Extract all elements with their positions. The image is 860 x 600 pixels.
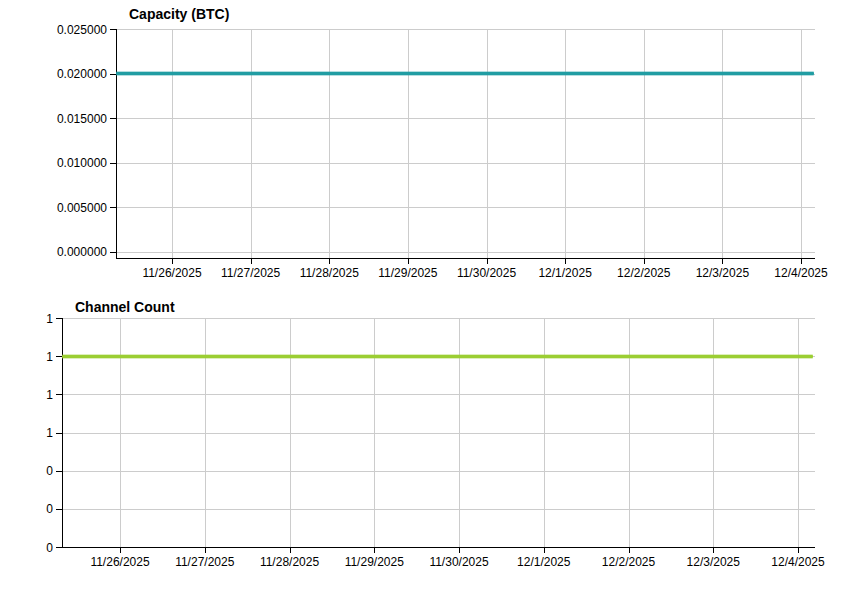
vertical-gridline	[251, 29, 252, 258]
y-axis-label: 0.025000	[27, 23, 107, 37]
vertical-gridline	[722, 29, 723, 258]
horizontal-gridline	[62, 394, 815, 395]
x-axis-label: 11/28/2025	[300, 266, 359, 280]
horizontal-gridline	[62, 509, 815, 510]
x-axis-label: 11/29/2025	[378, 266, 437, 280]
y-axis-label: 1	[0, 350, 53, 364]
y-axis-label: 0.005000	[27, 201, 107, 215]
y-axis-label: 1	[0, 388, 53, 402]
capacity-chart-title: Capacity (BTC)	[129, 6, 229, 22]
horizontal-gridline	[116, 118, 815, 119]
x-axis-label: 12/1/2025	[517, 555, 570, 569]
y-axis-label: 0.000000	[27, 245, 107, 259]
vertical-gridline	[172, 29, 173, 258]
channel-count-series-line	[62, 355, 813, 358]
x-axis-label: 12/4/2025	[774, 266, 827, 280]
x-axis-line	[62, 547, 815, 548]
y-axis-label: 1	[0, 312, 53, 326]
vertical-gridline	[644, 29, 645, 258]
x-axis-label: 11/27/2025	[221, 266, 280, 280]
x-axis-label: 11/26/2025	[142, 266, 201, 280]
horizontal-gridline	[116, 207, 815, 208]
x-axis-label: 11/30/2025	[429, 555, 488, 569]
horizontal-gridline	[62, 433, 815, 434]
horizontal-gridline	[62, 471, 815, 472]
channel-count-chart-title: Channel Count	[75, 299, 175, 315]
vertical-gridline	[487, 29, 488, 258]
x-axis-line	[116, 258, 815, 259]
horizontal-gridline	[116, 163, 815, 164]
y-axis-label: 0.015000	[27, 112, 107, 126]
x-axis-label: 12/2/2025	[617, 266, 670, 280]
y-axis-label: 0.020000	[27, 67, 107, 81]
x-axis-label: 11/26/2025	[90, 555, 149, 569]
y-axis-line	[62, 318, 63, 547]
x-axis-label: 11/28/2025	[260, 555, 319, 569]
horizontal-gridline	[116, 29, 815, 30]
x-axis-label: 12/3/2025	[696, 266, 749, 280]
x-axis-label: 12/2/2025	[602, 555, 655, 569]
horizontal-gridline	[116, 252, 815, 253]
capacity-btc-series-line	[116, 72, 814, 75]
vertical-gridline	[565, 29, 566, 258]
y-axis-label: 0.010000	[27, 156, 107, 170]
dashboard-canvas: Capacity (BTC) 11/26/202511/27/202511/28…	[0, 0, 860, 600]
vertical-gridline	[329, 29, 330, 258]
x-axis-label: 12/1/2025	[538, 266, 591, 280]
y-axis-label: 1	[0, 426, 53, 440]
x-axis-label: 12/4/2025	[771, 555, 824, 569]
y-axis-label: 0	[0, 541, 53, 555]
y-axis-label: 0	[0, 502, 53, 516]
x-axis-label: 11/27/2025	[175, 555, 234, 569]
x-axis-label: 11/29/2025	[345, 555, 404, 569]
y-axis-line	[116, 29, 117, 258]
y-axis-label: 0	[0, 464, 53, 478]
vertical-gridline	[801, 29, 802, 258]
x-axis-label: 11/30/2025	[457, 266, 516, 280]
x-axis-label: 12/3/2025	[687, 555, 740, 569]
horizontal-gridline	[62, 318, 815, 319]
vertical-gridline	[408, 29, 409, 258]
